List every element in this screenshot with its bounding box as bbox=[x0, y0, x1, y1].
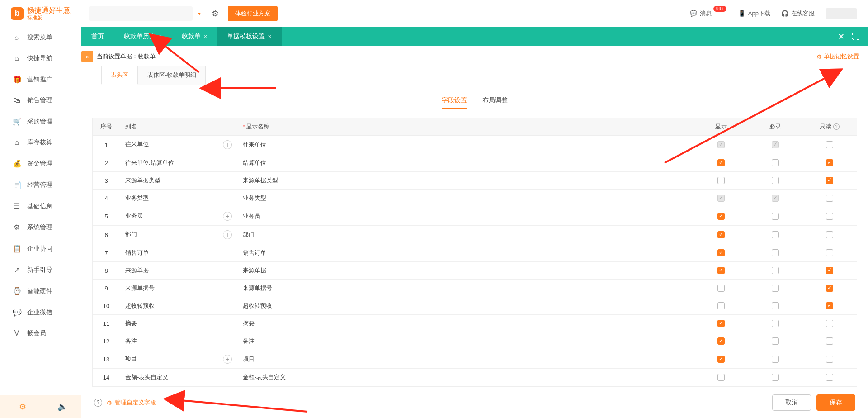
add-icon[interactable]: + bbox=[223, 140, 232, 149]
close-icon[interactable]: × bbox=[268, 33, 271, 40]
cell-display[interactable]: 来源单据号 bbox=[237, 280, 694, 297]
help-icon[interactable]: ? bbox=[833, 124, 840, 130]
cell-display[interactable]: 金额-表头自定义 bbox=[237, 369, 694, 386]
checkbox[interactable] bbox=[772, 267, 779, 274]
tab-item[interactable]: 收款单历史× bbox=[114, 27, 172, 46]
manage-custom-fields-link[interactable]: ⚙ 管理自定义字段 bbox=[107, 399, 156, 407]
nav-item[interactable]: ⌂库存核算 bbox=[0, 132, 81, 153]
checkbox[interactable] bbox=[772, 159, 779, 166]
nav-item[interactable]: 🎁营销推广 bbox=[0, 69, 81, 90]
checkbox[interactable] bbox=[772, 285, 779, 292]
tab-item[interactable]: 单据模板设置× bbox=[217, 27, 281, 46]
nav-item[interactable]: ☰基础信息 bbox=[0, 195, 81, 217]
checkbox[interactable] bbox=[826, 141, 833, 148]
nav-item[interactable]: ⌚智能硬件 bbox=[0, 280, 81, 302]
checkbox[interactable] bbox=[772, 213, 779, 220]
nav-item[interactable]: ⚙系统管理 bbox=[0, 217, 81, 238]
checkbox[interactable] bbox=[772, 337, 779, 345]
checkbox[interactable] bbox=[717, 213, 725, 220]
checkbox[interactable] bbox=[826, 195, 833, 202]
checkbox[interactable] bbox=[826, 213, 833, 220]
checkbox[interactable] bbox=[826, 177, 833, 184]
add-icon[interactable]: + bbox=[223, 355, 232, 364]
checkbox[interactable] bbox=[826, 267, 833, 274]
cell-display[interactable]: 业务员 bbox=[237, 207, 694, 226]
fullscreen-icon[interactable]: ⛶ bbox=[852, 32, 860, 42]
checkbox[interactable] bbox=[717, 267, 725, 274]
checkbox[interactable] bbox=[772, 231, 779, 238]
checkbox[interactable] bbox=[717, 177, 725, 184]
sound-icon[interactable]: 🔈 bbox=[57, 402, 67, 412]
close-all-icon[interactable]: ✕ bbox=[838, 32, 844, 42]
tab-home[interactable]: 首页 bbox=[81, 27, 114, 46]
nav-item[interactable]: ↗新手引导 bbox=[0, 259, 81, 280]
checkbox[interactable] bbox=[717, 231, 725, 238]
cell-display[interactable]: 往来单位 bbox=[237, 136, 694, 154]
save-button[interactable]: 保存 bbox=[816, 394, 855, 411]
settings-gear-icon[interactable]: ⚙ bbox=[19, 402, 26, 412]
org-selector[interactable]: ▾ ⚙ bbox=[89, 6, 219, 21]
nav-item[interactable]: ⌕搜索菜单 bbox=[0, 27, 81, 48]
checkbox[interactable] bbox=[826, 356, 833, 363]
gear-icon[interactable]: ⚙ bbox=[212, 9, 219, 19]
cell-display[interactable]: 超收转预收 bbox=[237, 297, 694, 315]
nav-item[interactable]: 🛒采购管理 bbox=[0, 111, 81, 132]
checkbox[interactable] bbox=[826, 285, 833, 292]
nav-item[interactable]: 🛍销售管理 bbox=[0, 90, 81, 111]
checkbox[interactable] bbox=[717, 159, 725, 166]
cell-display[interactable]: 摘要 bbox=[237, 315, 694, 332]
cell-display[interactable]: 项目 bbox=[237, 350, 694, 369]
cell-display[interactable]: 部门 bbox=[237, 226, 694, 244]
cell-display[interactable]: 销售订单 bbox=[237, 244, 694, 262]
checkbox[interactable] bbox=[717, 302, 725, 309]
checkbox[interactable] bbox=[826, 231, 833, 238]
nav-item[interactable]: 📄经营管理 bbox=[0, 174, 81, 195]
cancel-button[interactable]: 取消 bbox=[772, 394, 811, 411]
checkbox[interactable] bbox=[826, 302, 833, 309]
cell-display[interactable]: 来源单据类型 bbox=[237, 172, 694, 190]
messages-link[interactable]: 💬 消息 99+ bbox=[690, 10, 727, 18]
checkbox[interactable] bbox=[717, 249, 725, 256]
org-select-box[interactable] bbox=[89, 6, 193, 21]
cell-display[interactable]: 来源单据 bbox=[237, 262, 694, 280]
help-icon[interactable]: ? bbox=[94, 399, 102, 407]
app-download-link[interactable]: 📱 App下载 bbox=[738, 10, 770, 18]
memory-settings-link[interactable]: ⚙ 单据记忆设置 bbox=[816, 52, 859, 61]
nav-item[interactable]: ⌂快捷导航 bbox=[0, 48, 81, 69]
add-icon[interactable]: + bbox=[223, 230, 232, 239]
checkbox[interactable] bbox=[772, 374, 779, 381]
nav-item[interactable]: V畅会员 bbox=[0, 323, 81, 344]
checkbox[interactable] bbox=[826, 320, 833, 327]
close-icon[interactable]: × bbox=[203, 33, 207, 40]
user-avatar[interactable] bbox=[826, 8, 857, 19]
nav-item[interactable]: 💰资金管理 bbox=[0, 153, 81, 174]
cell-display[interactable]: 结算单位 bbox=[237, 154, 694, 172]
trial-button[interactable]: 体验行业方案 bbox=[228, 6, 278, 21]
support-link[interactable]: 🎧 在线客服 bbox=[781, 10, 815, 18]
cell-display[interactable]: 备注 bbox=[237, 332, 694, 350]
nav-item[interactable]: 📋企业协同 bbox=[0, 238, 81, 259]
checkbox[interactable] bbox=[826, 159, 833, 166]
checkbox[interactable] bbox=[772, 320, 779, 327]
checkbox[interactable] bbox=[717, 337, 725, 345]
expand-toggle[interactable]: » bbox=[81, 51, 93, 62]
checkbox[interactable] bbox=[772, 177, 779, 184]
checkbox[interactable] bbox=[826, 374, 833, 381]
sub-tab[interactable]: 字段设置 bbox=[442, 96, 467, 109]
area-tab[interactable]: 表头区 bbox=[101, 66, 138, 85]
checkbox[interactable] bbox=[826, 249, 833, 256]
area-tab[interactable]: 表体区-收款单明细 bbox=[138, 66, 206, 85]
sub-tab[interactable]: 布局调整 bbox=[482, 96, 508, 109]
tab-item[interactable]: 收款单× bbox=[172, 27, 217, 46]
checkbox[interactable] bbox=[717, 320, 725, 327]
checkbox[interactable] bbox=[772, 302, 779, 309]
add-icon[interactable]: + bbox=[223, 212, 232, 221]
checkbox[interactable] bbox=[772, 249, 779, 256]
close-icon[interactable]: × bbox=[158, 33, 162, 40]
checkbox[interactable] bbox=[772, 356, 779, 363]
checkbox[interactable] bbox=[826, 337, 833, 345]
checkbox[interactable] bbox=[717, 374, 725, 381]
cell-display[interactable]: 业务类型 bbox=[237, 190, 694, 207]
checkbox[interactable] bbox=[717, 356, 725, 363]
checkbox[interactable] bbox=[717, 285, 725, 292]
